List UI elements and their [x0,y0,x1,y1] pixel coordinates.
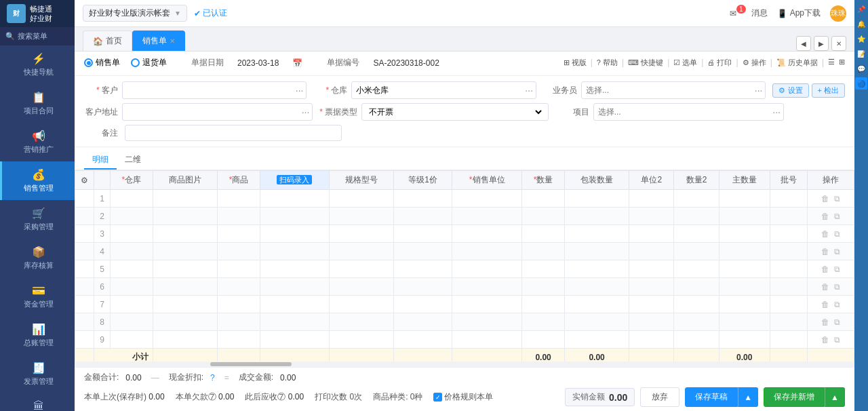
row-mainqty-cell[interactable] [719,225,770,243]
row-unit-cell[interactable] [452,190,522,208]
panel-icon-6[interactable]: 🔵 [855,77,867,90]
view-btn[interactable]: ⊞ 视版 [564,58,587,68]
row-spec-cell[interactable] [329,278,393,296]
row-copy-icon[interactable]: ⧉ [834,194,840,203]
row-copy-icon[interactable]: ⧉ [834,282,840,292]
app-download-btn[interactable]: 📱 App下载 [777,7,821,19]
row-packqty-cell[interactable] [565,331,629,349]
sidebar-item-inventory[interactable]: 📦 库存核算 [0,239,75,277]
row-qty2-cell[interactable] [674,296,719,313]
salesperson-input[interactable]: ··· [581,81,766,99]
row-packqty-cell[interactable] [565,296,629,313]
row-unit2-cell[interactable] [629,225,674,243]
tab-close-btn[interactable]: ✕ [831,36,846,51]
row-mainqty-cell[interactable] [719,190,770,208]
address-input-field[interactable] [123,107,299,117]
row-spec-cell[interactable] [329,260,393,278]
row-qty-cell[interactable] [522,331,565,349]
panel-icon-3[interactable]: ⭐ [855,33,867,45]
row-delete-icon[interactable]: 🗑 [821,247,829,256]
row-spec-cell[interactable] [329,225,393,243]
row-mainqty-cell[interactable] [719,313,770,331]
row-scan-cell[interactable] [260,260,329,278]
row-batch-cell[interactable] [770,243,807,260]
row-delete-icon[interactable]: 🗑 [821,282,829,292]
abandon-btn[interactable]: 放弃 [640,387,679,407]
sidebar-item-funds[interactable]: 💳 资金管理 [0,277,75,316]
row-product-cell[interactable] [218,208,260,225]
row-batch-cell[interactable] [770,313,807,331]
row-delete-icon[interactable]: 🗑 [821,212,829,221]
row-packqty-cell[interactable] [565,260,629,278]
row-spec-cell[interactable] [329,208,393,225]
row-qty-cell[interactable] [522,190,565,208]
row-warehouse-cell[interactable] [111,260,153,278]
row-unit2-cell[interactable] [629,208,674,225]
row-batch-cell[interactable] [770,331,807,349]
row-ops-cell[interactable]: 🗑 ⧉ [807,313,854,331]
row-qty-cell[interactable] [522,225,565,243]
warehouse-input-field[interactable] [352,85,522,95]
grid-view-btn[interactable]: ⊞ [839,58,845,68]
row-warehouse-cell[interactable] [111,243,153,260]
customer-input[interactable]: ··· [122,81,307,99]
panel-icon-1[interactable]: 📌 [855,3,867,15]
tab-close-icon[interactable]: ✕ [170,37,175,45]
select-btn[interactable]: ☑ 选单 [673,58,697,68]
row-delete-icon[interactable]: 🗑 [821,300,829,309]
row-product-cell[interactable] [218,331,260,349]
list-view-btn[interactable]: ☰ [828,58,835,68]
row-scan-cell[interactable] [260,278,329,296]
row-unit2-cell[interactable] [629,260,674,278]
sidebar-item-purchase[interactable]: 🛒 采购管理 [0,200,75,239]
row-product-cell[interactable] [218,243,260,260]
row-warehouse-cell[interactable] [111,313,153,331]
price-check-checkbox[interactable]: ✓ [433,393,442,402]
row-mainqty-cell[interactable] [719,243,770,260]
table-row[interactable]: 6 🗑 ⧉ [75,278,854,296]
row-batch-cell[interactable] [770,278,807,296]
row-mainqty-cell[interactable] [719,296,770,313]
row-unit2-cell[interactable] [629,331,674,349]
row-copy-icon[interactable]: ⧉ [834,317,840,327]
row-copy-icon[interactable]: ⧉ [834,247,840,256]
row-product-cell[interactable] [218,278,260,296]
price-check[interactable]: ✓ 价格规则本单 [433,391,493,403]
panel-icon-2[interactable]: 🔔 [855,18,867,30]
table-wrap[interactable]: ⚙ *仓库 商品图片 *商品 扫码录入 规格型号 等级1价 *销售单位 *数量 … [75,170,854,361]
row-unit-cell[interactable] [452,278,522,296]
save-new-arrow-btn[interactable]: ▲ [825,387,845,407]
shortcuts-btn[interactable]: ⌨ 快捷键 [628,58,663,68]
row-unit2-cell[interactable] [629,296,674,313]
project-dots-icon[interactable]: ··· [770,106,783,117]
row-spec-cell[interactable] [329,243,393,260]
row-unit2-cell[interactable] [629,278,674,296]
row-ops-cell[interactable]: 🗑 ⧉ [807,296,854,313]
row-qty2-cell[interactable] [674,313,719,331]
row-mainqty-cell[interactable] [719,278,770,296]
row-delete-icon[interactable]: 🗑 [821,335,829,345]
checkout-btn[interactable]: + 检出 [812,83,845,98]
row-qty-cell[interactable] [522,313,565,331]
row-qty2-cell[interactable] [674,243,719,260]
row-price1-cell[interactable] [393,278,452,296]
save-draft-arrow-btn[interactable]: ▲ [738,387,758,407]
row-ops-cell[interactable]: 🗑 ⧉ [807,190,854,208]
row-delete-icon[interactable]: 🗑 [821,229,829,239]
row-unit2-cell[interactable] [629,190,674,208]
table-row[interactable]: 8 🗑 ⧉ [75,313,854,331]
row-scan-cell[interactable] [260,296,329,313]
sidebar-item-ledger[interactable]: 📊 总账管理 [0,316,75,355]
row-unit-cell[interactable] [452,243,522,260]
warehouse-dots-icon[interactable]: ··· [522,85,536,96]
row-qty2-cell[interactable] [674,190,719,208]
table-row[interactable]: 4 🗑 ⧉ [75,243,854,260]
row-warehouse-cell[interactable] [111,278,153,296]
row-qty-cell[interactable] [522,243,565,260]
sidebar-item-sales[interactable]: 💰 销售管理 [0,161,75,200]
salesperson-dots-icon[interactable]: ··· [752,85,766,96]
salesperson-input-field[interactable] [582,85,752,95]
row-qty2-cell[interactable] [674,260,719,278]
row-unit-cell[interactable] [452,313,522,331]
invoice-select-field[interactable]: 不开票 增值税普通发票 增值税专用发票 [366,106,543,117]
